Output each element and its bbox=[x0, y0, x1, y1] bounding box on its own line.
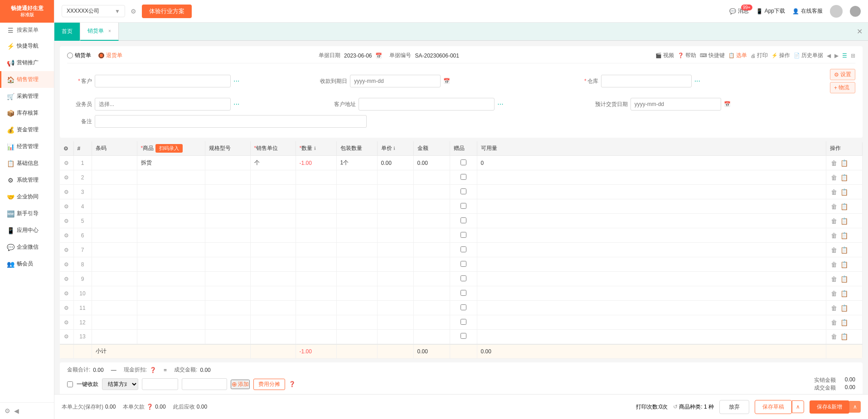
print-btn[interactable]: 🖨 打印 bbox=[751, 52, 768, 59]
ops-btn[interactable]: ⚡ 操作 bbox=[771, 52, 790, 59]
settle-method-select[interactable]: 结算方式 bbox=[102, 378, 138, 390]
copy-row-btn[interactable]: 📋 bbox=[840, 275, 848, 283]
delete-row-btn[interactable]: 🗑 bbox=[831, 275, 837, 283]
row-pack-qty[interactable] bbox=[336, 272, 377, 286]
calendar-icon[interactable]: 📅 bbox=[375, 53, 382, 59]
row-qty[interactable] bbox=[296, 170, 336, 185]
row-product[interactable] bbox=[137, 185, 205, 199]
row-pack-qty[interactable] bbox=[336, 301, 377, 315]
address-more-btn[interactable]: ··· bbox=[497, 100, 503, 108]
sidebar-item-member[interactable]: 👥 畅会员 bbox=[0, 255, 54, 272]
row-unit[interactable] bbox=[250, 214, 296, 228]
row-product[interactable] bbox=[137, 315, 205, 330]
row-product[interactable] bbox=[137, 330, 205, 344]
row-gift[interactable] bbox=[450, 301, 477, 315]
delete-row-btn[interactable]: 🗑 bbox=[831, 304, 837, 312]
row-amount[interactable] bbox=[413, 185, 450, 199]
sidebar-item-sales[interactable]: 🏠 销售管理 bbox=[0, 71, 54, 88]
delivery-calendar-icon[interactable]: 📅 bbox=[724, 101, 731, 107]
row-gift[interactable] bbox=[450, 170, 477, 185]
copy-row-btn[interactable]: 📋 bbox=[840, 217, 848, 225]
row-price[interactable] bbox=[377, 243, 413, 257]
row-price[interactable] bbox=[377, 315, 413, 330]
row-spec[interactable] bbox=[205, 257, 250, 272]
row-barcode[interactable] bbox=[92, 228, 137, 243]
address-input[interactable] bbox=[359, 98, 495, 111]
row-price[interactable] bbox=[377, 185, 413, 199]
row-gift[interactable] bbox=[450, 315, 477, 330]
row-unit[interactable] bbox=[250, 185, 296, 199]
row-price[interactable] bbox=[377, 214, 413, 228]
row-price[interactable] bbox=[377, 330, 413, 344]
row-pack-qty[interactable] bbox=[336, 199, 377, 214]
row-spec[interactable] bbox=[205, 185, 250, 199]
row-amount[interactable] bbox=[413, 286, 450, 301]
row-gift[interactable] bbox=[450, 243, 477, 257]
row-spec[interactable] bbox=[205, 243, 250, 257]
copy-row-btn[interactable]: 📋 bbox=[840, 159, 848, 167]
row-pack-qty[interactable]: 1个 bbox=[336, 156, 377, 170]
row-pack-qty[interactable] bbox=[336, 228, 377, 243]
row-product[interactable]: 拆货 bbox=[137, 156, 205, 170]
radio-return-order[interactable]: 退货单 bbox=[98, 52, 122, 59]
sidebar-item-system[interactable]: ⚙ 系统管理 bbox=[0, 172, 54, 188]
row-amount[interactable] bbox=[413, 272, 450, 286]
row-amount[interactable] bbox=[413, 243, 450, 257]
delete-row-btn[interactable]: 🗑 bbox=[831, 188, 837, 196]
copy-row-btn[interactable]: 📋 bbox=[840, 203, 848, 210]
copy-row-btn[interactable]: 📋 bbox=[840, 304, 848, 312]
row-gift[interactable] bbox=[450, 156, 477, 170]
row-gift[interactable] bbox=[450, 286, 477, 301]
row-price[interactable]: 0.00 bbox=[377, 156, 413, 170]
sidebar-item-collab[interactable]: 🤝 企业协同 bbox=[0, 188, 54, 205]
save-draft-arrow[interactable]: ∧ bbox=[792, 400, 804, 413]
row-amount[interactable] bbox=[413, 199, 450, 214]
settings-icon[interactable]: ⚙ bbox=[5, 407, 10, 414]
row-qty[interactable] bbox=[296, 315, 336, 330]
row-barcode[interactable] bbox=[92, 214, 137, 228]
prev-icon[interactable]: ◀ bbox=[827, 53, 831, 59]
expense-help-icon[interactable]: ❓ bbox=[289, 381, 296, 387]
row-spec[interactable] bbox=[205, 272, 250, 286]
discount-help-icon[interactable]: ❓ bbox=[150, 367, 156, 373]
delete-row-btn[interactable]: 🗑 bbox=[831, 319, 837, 326]
shortcut-btn[interactable]: ⌨ 快捷键 bbox=[700, 52, 725, 59]
user-avatar2[interactable] bbox=[850, 6, 861, 17]
row-qty[interactable] bbox=[296, 199, 336, 214]
delete-row-btn[interactable]: 🗑 bbox=[831, 333, 837, 340]
account-input[interactable] bbox=[142, 378, 178, 390]
row-amount[interactable] bbox=[413, 330, 450, 344]
sidebar-item-search[interactable]: ☰ 搜索菜单 bbox=[0, 23, 54, 38]
row-product[interactable] bbox=[137, 286, 205, 301]
video-btn[interactable]: 🎬 视频 bbox=[655, 52, 674, 59]
customer-more-btn[interactable]: ··· bbox=[233, 77, 239, 85]
logistics-button[interactable]: + 物流 bbox=[830, 82, 855, 93]
row-barcode[interactable] bbox=[92, 243, 137, 257]
tab-close-icon[interactable]: × bbox=[108, 29, 111, 34]
row-product[interactable] bbox=[137, 301, 205, 315]
row-amount[interactable] bbox=[413, 315, 450, 330]
note-input[interactable] bbox=[95, 115, 367, 128]
add-payment-button[interactable]: ⊕ 添加 bbox=[231, 380, 250, 389]
row-spec[interactable] bbox=[205, 170, 250, 185]
row-spec[interactable] bbox=[205, 214, 250, 228]
row-price[interactable] bbox=[377, 228, 413, 243]
sidebar-item-finance[interactable]: 💰 资金管理 bbox=[0, 121, 54, 138]
copy-row-btn[interactable]: 📋 bbox=[840, 261, 848, 268]
row-unit[interactable] bbox=[250, 243, 296, 257]
row-unit[interactable] bbox=[250, 228, 296, 243]
help-btn[interactable]: ❓ 帮助 bbox=[678, 52, 696, 59]
row-gift[interactable] bbox=[450, 257, 477, 272]
row-barcode[interactable] bbox=[92, 272, 137, 286]
sidebar-item-purchase[interactable]: 🛒 采购管理 bbox=[0, 88, 54, 105]
row-qty[interactable] bbox=[296, 330, 336, 344]
delete-row-btn[interactable]: 🗑 bbox=[831, 159, 837, 167]
row-unit[interactable] bbox=[250, 301, 296, 315]
trial-button[interactable]: 体验行业方案 bbox=[142, 5, 192, 18]
sidebar-item-operation[interactable]: 📊 经营管理 bbox=[0, 138, 54, 155]
row-price[interactable] bbox=[377, 301, 413, 315]
customer-input[interactable] bbox=[95, 75, 231, 87]
sidebar-item-wechat[interactable]: 💬 企业微信 bbox=[0, 239, 54, 255]
delete-row-btn[interactable]: 🗑 bbox=[831, 217, 837, 225]
copy-row-btn[interactable]: 📋 bbox=[840, 188, 848, 196]
